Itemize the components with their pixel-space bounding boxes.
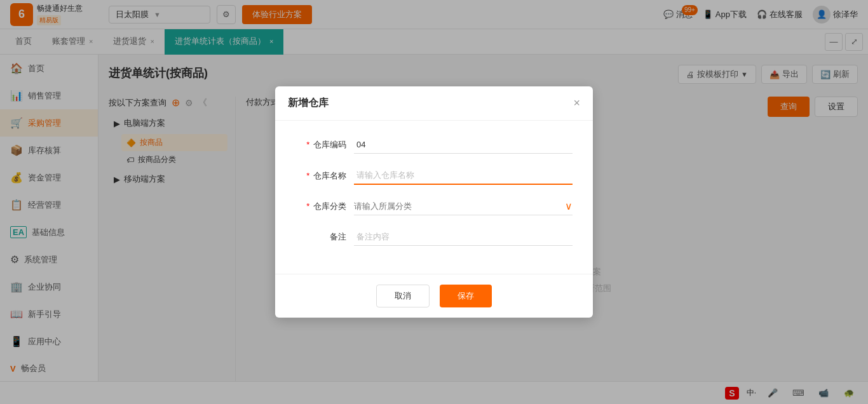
warehouse-code-input[interactable]	[354, 136, 573, 154]
category-dropdown-arrow[interactable]: ∨	[565, 200, 573, 212]
required-star-code: *	[306, 140, 309, 149]
warehouse-name-label: * 仓库名称	[295, 170, 346, 182]
modal-body: * 仓库编码 * 仓库名称 * 仓库分类 ∨	[275, 121, 593, 274]
category-input[interactable]	[354, 201, 565, 211]
warehouse-name-row: * 仓库名称	[295, 166, 573, 185]
modal-close-button[interactable]: ×	[573, 97, 580, 110]
warehouse-category-label: * 仓库分类	[295, 201, 346, 212]
remark-label: 备注	[295, 231, 346, 243]
cancel-button[interactable]: 取消	[376, 285, 430, 307]
save-button[interactable]: 保存	[440, 285, 492, 307]
warehouse-category-row: * 仓库分类 ∨	[295, 198, 573, 215]
modal-footer: 取消 保存	[275, 274, 593, 318]
remark-input[interactable]	[354, 228, 573, 246]
modal-header: 新增仓库 ×	[275, 86, 593, 121]
warehouse-code-label: * 仓库编码	[295, 139, 346, 151]
remark-row: 备注	[295, 228, 573, 246]
required-star-category: *	[306, 201, 309, 211]
warehouse-category-select[interactable]: ∨	[354, 198, 573, 215]
modal-title: 新增仓库	[288, 97, 329, 110]
add-warehouse-modal: 新增仓库 × * 仓库编码 * 仓库名称 * 仓库分类	[275, 86, 593, 318]
warehouse-code-row: * 仓库编码	[295, 136, 573, 154]
warehouse-name-input[interactable]	[354, 166, 573, 185]
required-star-name: *	[306, 171, 309, 180]
